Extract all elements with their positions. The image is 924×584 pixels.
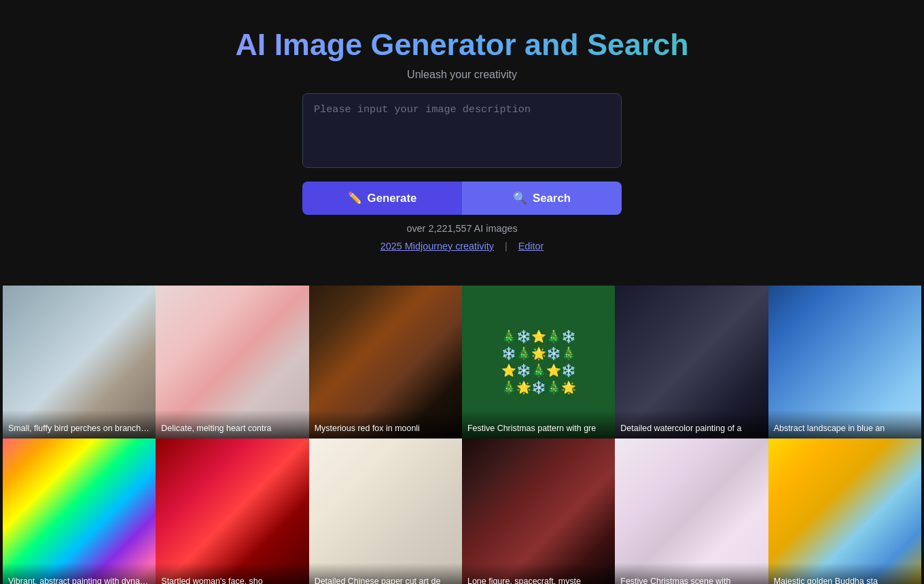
- image-row-1: Small, fluffy bird perches on branch in …: [3, 286, 921, 439]
- image-item-bird[interactable]: Small, fluffy bird perches on branch in …: [3, 286, 156, 439]
- image-caption-spacecraft: Lone figure, spacecraft, myste: [462, 563, 615, 584]
- image-item-abstract-blue[interactable]: Abstract landscape in blue an: [768, 286, 921, 439]
- search-label: Search: [533, 192, 571, 205]
- image-item-fox[interactable]: Mysterious red fox in moonli: [309, 286, 462, 439]
- image-caption-abstract-blue: Abstract landscape in blue an: [768, 410, 921, 439]
- links-row: 2025 Midjourney creativity | Editor: [14, 241, 910, 252]
- nav-divider: |: [505, 241, 508, 252]
- midjourney-link[interactable]: 2025 Midjourney creativity: [380, 241, 494, 252]
- header-section: AI Image Generator and Search Unleash yo…: [0, 0, 924, 286]
- image-item-christmas2[interactable]: Festive Christmas scene with: [615, 439, 768, 584]
- image-item-christmas[interactable]: 🎄❄️⭐🎄❄️❄️🎄🌟❄️🎄⭐❄️🎄⭐❄️🎄🌟❄️🎄🌟Festive Chris…: [462, 286, 615, 439]
- image-caption-christmas2: Festive Christmas scene with: [615, 563, 768, 584]
- search-button[interactable]: 🔍 Search: [462, 182, 622, 215]
- image-item-robot[interactable]: Detailed watercolor painting of a: [615, 286, 768, 439]
- buttons-row: ✏️ Generate 🔍 Search: [302, 182, 622, 215]
- textarea-container: [302, 93, 622, 171]
- pencil-icon: ✏️: [348, 191, 362, 205]
- image-item-colorful[interactable]: Vibrant, abstract painting with dynamic …: [3, 439, 156, 584]
- image-caption-face: Startled woman's face, sho: [156, 563, 308, 584]
- image-caption-buddha: Majestic golden Buddha sta: [768, 563, 921, 584]
- generate-button[interactable]: ✏️ Generate: [302, 182, 462, 215]
- image-row-2: Vibrant, abstract painting with dynamic …: [3, 439, 921, 584]
- image-item-face[interactable]: Startled woman's face, sho: [156, 439, 308, 584]
- subtitle: Unleash your creativity: [14, 69, 910, 81]
- image-caption-chinese: Detailed Chinese paper cut art de: [309, 563, 462, 584]
- editor-link[interactable]: Editor: [518, 241, 544, 252]
- image-item-spacecraft[interactable]: Lone figure, spacecraft, myste: [462, 439, 615, 584]
- page-title: AI Image Generator and Search: [14, 27, 910, 62]
- image-caption-bird: Small, fluffy bird perches on branch in …: [3, 410, 156, 439]
- prompt-input[interactable]: [302, 93, 622, 168]
- image-item-heart[interactable]: Delicate, melting heart contra: [156, 286, 308, 439]
- image-item-buddha[interactable]: Majestic golden Buddha sta: [768, 439, 921, 584]
- image-caption-robot: Detailed watercolor painting of a: [615, 410, 768, 439]
- search-icon: 🔍: [513, 191, 527, 205]
- image-caption-christmas: Festive Christmas pattern with gre: [462, 410, 615, 439]
- image-grid: Small, fluffy bird perches on branch in …: [0, 286, 924, 584]
- generate-label: Generate: [368, 192, 417, 205]
- image-count: over 2,221,557 AI images: [14, 223, 910, 234]
- image-caption-colorful: Vibrant, abstract painting with dynamic …: [3, 563, 156, 584]
- image-caption-heart: Delicate, melting heart contra: [156, 410, 308, 439]
- image-item-chinese[interactable]: Detailed Chinese paper cut art de: [309, 439, 462, 584]
- image-caption-fox: Mysterious red fox in moonli: [309, 410, 462, 439]
